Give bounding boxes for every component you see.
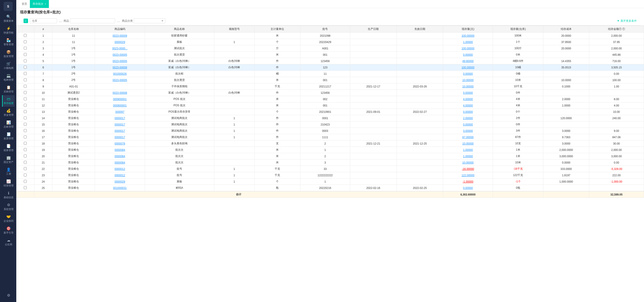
cell-qty_main[interactable]: 0.00000 xyxy=(443,71,493,77)
cell-goods_code[interactable]: 0000078 xyxy=(95,140,145,147)
cell-goods_code[interactable]: 0000084 xyxy=(95,153,145,160)
link-goods_code[interactable]: 0023-00008 xyxy=(113,91,127,94)
row-checkbox[interactable] xyxy=(24,161,27,164)
sidebar-item-mgmt[interactable]: 📈 经营管理 xyxy=(2,177,14,189)
link-qty_main[interactable]: 2.00000 xyxy=(463,117,473,120)
link-qty_main[interactable]: 1.00000 xyxy=(463,41,473,44)
cell-qty_main[interactable]: 100.00000 xyxy=(443,64,493,71)
link-qty_main[interactable]: 0.00000 xyxy=(463,91,473,94)
cell-goods_code[interactable]: 0000017 xyxy=(95,134,145,140)
row-checkbox[interactable] xyxy=(24,110,27,113)
link-goods_code[interactable]: 0023-00005 xyxy=(113,53,127,56)
link-qty_main[interactable]: 10.00000 xyxy=(462,85,474,88)
sidebar-item-invoice[interactable]: 🧾 发票管理 xyxy=(2,130,14,142)
cell-goods_code[interactable]: 0000012 xyxy=(95,172,145,179)
cell-qty_main[interactable]: 4.00000 xyxy=(443,102,493,109)
sidebar-item-search[interactable]: 🔍 搜索菜单 xyxy=(0,13,16,25)
home-tab[interactable]: 首页 xyxy=(19,0,30,8)
cell-qty_main[interactable]: 1.00000 xyxy=(443,147,493,153)
sidebar-item-cloud[interactable]: ☁ 云应用 xyxy=(2,236,14,248)
cell-goods_code[interactable]: 000900001 xyxy=(95,96,145,102)
row-checkbox[interactable] xyxy=(24,167,27,170)
link-qty_main[interactable]: 10.00000 xyxy=(462,142,474,145)
link-qty_main[interactable]: 0.00000 xyxy=(463,53,473,56)
cell-qty_main[interactable]: 0.00000 xyxy=(443,52,493,58)
sidebar-item-basic[interactable]: ℹ 基础信息 xyxy=(2,189,14,201)
sidebar-item-guide[interactable]: 🎯 新手引导 xyxy=(2,225,14,236)
cell-goods_code[interactable]: 0000084 xyxy=(95,160,145,166)
cell-qty_main[interactable]: -16.00000 xyxy=(443,166,493,172)
cell-goods_code[interactable]: 0023-00005 xyxy=(95,77,145,83)
cell-qty_main[interactable]: 0.00000 xyxy=(443,121,493,128)
link-goods_code[interactable]: 0023-0000... xyxy=(112,47,127,50)
link-goods_code[interactable]: 001000031 xyxy=(113,187,127,190)
link-qty_main[interactable]: 10.00000 xyxy=(462,79,474,82)
cell-goods_code[interactable]: 0000017 xyxy=(95,128,145,134)
row-checkbox[interactable] xyxy=(24,53,27,56)
link-goods_code[interactable]: 0000017 xyxy=(114,117,125,120)
row-checkbox[interactable] xyxy=(24,47,27,50)
link-qty_main[interactable]: 1.00000 xyxy=(463,148,473,152)
row-checkbox[interactable] xyxy=(24,148,27,151)
row-checkbox[interactable] xyxy=(24,66,27,69)
cell-qty_main[interactable]: 1.00000 xyxy=(443,153,493,160)
link-goods_code[interactable]: 0000078 xyxy=(114,142,125,145)
cell-qty_main[interactable]: 100.00000 xyxy=(443,45,493,52)
link-qty_main[interactable]: 1.00000 xyxy=(463,155,473,158)
filter-prev-btn[interactable]: ‹ xyxy=(24,19,28,23)
data-table-container[interactable]: #仓库名称商品编码商品名称规格型号主计量单位批号生产日期失效日期现存量(主)现存… xyxy=(16,26,644,302)
row-checkbox[interactable] xyxy=(24,116,27,119)
sidebar-item-collab[interactable]: 🤝 企业协同 xyxy=(2,213,14,225)
link-goods_code[interactable]: 0000084 xyxy=(114,148,125,152)
sidebar-item-small-ecom[interactable]: 🛒 小额电商 xyxy=(2,60,14,72)
cell-goods_code[interactable]: 0023-00005 xyxy=(95,58,145,64)
row-checkbox[interactable] xyxy=(24,129,27,132)
row-checkbox[interactable] xyxy=(24,186,27,189)
cell-qty_main[interactable]: 10.00000 xyxy=(443,83,493,90)
cell-goods_code[interactable]: 000097 xyxy=(95,109,145,115)
link-qty_main[interactable]: 4.00000 xyxy=(463,104,473,107)
cell-goods_code[interactable]: 0023-0000... xyxy=(95,45,145,52)
row-checkbox[interactable] xyxy=(24,72,27,75)
cell-qty_main[interactable]: 100.00000 xyxy=(443,33,493,39)
row-checkbox[interactable] xyxy=(24,174,27,177)
link-goods_code[interactable]: 0023-00005 xyxy=(113,79,127,82)
row-checkbox[interactable] xyxy=(24,155,27,158)
cell-qty_main[interactable]: 10.00000 xyxy=(443,140,493,147)
cell-goods_code[interactable]: 0000029 xyxy=(95,179,145,185)
link-qty_main[interactable]: 10.00000 xyxy=(462,161,474,164)
link-goods_code[interactable]: 0000029 xyxy=(114,41,125,44)
row-checkbox[interactable] xyxy=(24,142,27,145)
link-qty_main[interactable]: 0.00000 xyxy=(463,187,473,190)
cell-goods_code[interactable]: 0023-00008 xyxy=(95,90,145,96)
cell-qty_main[interactable]: 2.00000 xyxy=(443,115,493,121)
link-qty_main[interactable]: 100.00000 xyxy=(462,66,474,69)
sidebar-item-retail[interactable]: 🏪 零售管理 xyxy=(2,36,14,48)
category-select[interactable] xyxy=(134,18,165,23)
link-goods_code[interactable]: 0000017 xyxy=(114,136,125,139)
sidebar-item-purchase[interactable]: 📋 采购管理 xyxy=(2,83,14,95)
row-checkbox[interactable] xyxy=(24,78,27,81)
cell-qty_main[interactable]: 3.00000 xyxy=(443,128,493,134)
link-qty_main[interactable]: 3.00000 xyxy=(463,129,473,132)
cell-goods_code[interactable]: 000900001 xyxy=(95,102,145,109)
sidebar-item-quick-nav[interactable]: ⚡ 快捷导航 xyxy=(2,25,14,36)
cell-goods_code[interactable] xyxy=(95,83,145,90)
warehouse-input[interactable] xyxy=(30,18,57,23)
link-qty_main[interactable]: -1.00000 xyxy=(462,180,473,183)
cell-goods_code[interactable]: 0000012 xyxy=(95,166,145,172)
cell-qty_main[interactable]: 10.00000 xyxy=(443,77,493,83)
sidebar-item-asset[interactable]: 💰 资金管理 xyxy=(2,107,14,118)
link-goods_code[interactable]: 0000017 xyxy=(114,129,125,132)
row-checkbox[interactable] xyxy=(24,104,27,107)
sidebar-item-settings[interactable]: ⚙ xyxy=(6,291,11,299)
cell-goods_code[interactable]: 0000084 xyxy=(95,147,145,153)
cell-qty_main[interactable]: 0.00000 xyxy=(443,90,493,96)
sidebar-item-general[interactable]: 📊 总账管理 xyxy=(2,118,14,130)
cell-goods_code[interactable]: 001000031 xyxy=(95,185,145,191)
link-goods_code[interactable]: 000900001 xyxy=(113,98,127,101)
sidebar-item-tax[interactable]: 📑 税务管理 xyxy=(2,142,14,154)
link-goods_code[interactable]: 0000029 xyxy=(114,180,125,183)
link-goods_code[interactable]: 0000012 xyxy=(114,174,125,177)
sidebar-item-ecom[interactable]: 💻 电商管理 xyxy=(2,72,14,83)
